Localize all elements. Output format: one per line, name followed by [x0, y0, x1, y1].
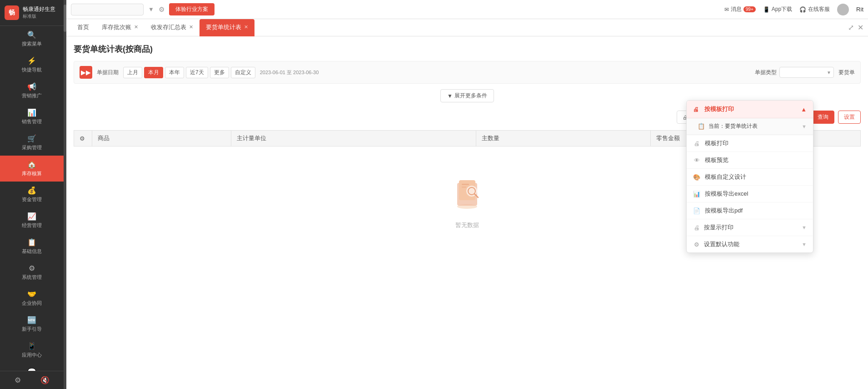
industry-solution-button[interactable]: 体验行业方案	[169, 3, 215, 15]
mute-icon[interactable]: 🔇	[40, 376, 50, 384]
print-template-dropdown: 🖨 按模板打印 ▲ 📋 当前：要货单统计表 ▼ 🖨 模板打印	[686, 100, 813, 253]
sidebar-item-search[interactable]: 🔍 搜索菜单	[0, 26, 64, 52]
empty-text: 暂无数据	[455, 221, 479, 229]
type-select[interactable]	[779, 67, 834, 78]
sidebar-bottom: ⚙ 🔇	[0, 371, 64, 389]
current-template-label: 当前：要货单统计表	[708, 122, 758, 130]
tab-inventory-batch[interactable]: 库存批次账 ✕	[95, 19, 145, 36]
topbar: ▼ ⚙ 体验行业方案 ✉ 消息 99+ 📱 App下载 🎧 在线客服 Rit	[66, 0, 868, 19]
current-year-btn[interactable]: 本年	[165, 67, 184, 78]
search-input[interactable]	[71, 4, 144, 15]
sidebar-navigation: 🔍 搜索菜单 ⚡ 快捷导航 📢 营销推广 📊 销售管理 🛒 采购管理 🏠 库存核…	[0, 26, 64, 371]
message-icon: ✉	[724, 6, 729, 13]
order-type-label: 要货单	[838, 69, 855, 76]
query-button[interactable]: 查询	[812, 111, 834, 124]
empty-icon	[449, 174, 485, 217]
dropdown-item-export-pdf[interactable]: 📄 按模板导出pdf	[687, 202, 813, 219]
column-unit: 主计量单位	[231, 131, 476, 147]
messages-label: 消息	[731, 5, 742, 13]
guide-icon: 🆕	[27, 316, 36, 324]
sidebar-item-collab[interactable]: 🤝 企业协同	[0, 285, 64, 311]
dropdown-current-template[interactable]: 📋 当前：要货单统计表 ▼	[687, 118, 813, 135]
dropdown-item-export-excel[interactable]: 📊 按模板导出excel	[687, 186, 813, 202]
sidebar-item-guide[interactable]: 🆕 新手引导	[0, 311, 64, 337]
app-tag: 标准版	[23, 13, 55, 20]
app-download-button[interactable]: 📱 App下载	[763, 5, 792, 13]
sidebar-item-purchase[interactable]: 🛒 采购管理	[0, 130, 64, 156]
dropdown-item-export-pdf-label: 按模板导出pdf	[705, 207, 743, 215]
online-service-label: 在线客服	[808, 5, 830, 13]
maximize-window-icon[interactable]: ⤢	[848, 23, 854, 32]
dropdown-item-template-print[interactable]: 🖨 模板打印	[687, 135, 813, 152]
tab-home-label: 首页	[77, 23, 89, 31]
filter-toggle-button[interactable]: ▶▶	[80, 66, 92, 79]
type-filter-label: 单据类型	[755, 69, 777, 76]
tab-order-stats-close[interactable]: ✕	[244, 24, 248, 30]
custom-date-btn[interactable]: 自定义	[231, 67, 255, 78]
current-template-chevron-icon: ▼	[802, 124, 807, 129]
dropdown-printer-icon: 🖨	[693, 106, 699, 113]
dropdown-preview-icon: 👁	[693, 157, 700, 164]
sidebar-item-apps[interactable]: 📱 应用中心	[0, 337, 64, 363]
close-window-icon[interactable]: ✕	[858, 23, 863, 32]
sidebar-item-shortcut[interactable]: ⚡ 快捷导航	[0, 52, 64, 78]
sidebar-item-operations[interactable]: 📈 经营管理	[0, 207, 64, 233]
logo-text-block: 畅康通好生意 标准版	[23, 6, 55, 20]
sidebar: 畅 畅康通好生意 标准版 🔍 搜索菜单 ⚡ 快捷导航 📢 营销推广 📊 销售管理…	[0, 0, 64, 389]
tab-collection-summary[interactable]: 收发存汇总表 ✕	[145, 19, 200, 36]
tab-order-stats[interactable]: 要货单统计表 ✕	[200, 19, 254, 36]
dropdown-item-display-print-label: 按显示打印	[704, 223, 733, 232]
chevron-down-icon: ▼	[447, 93, 453, 99]
online-service-button[interactable]: 🎧 在线客服	[799, 5, 830, 13]
user-name: Rit	[856, 6, 863, 13]
search-chevron-icon[interactable]: ▼	[148, 6, 154, 13]
column-settings[interactable]: ⚙	[74, 131, 92, 147]
sidebar-item-marketing[interactable]: 📢 营销推广	[0, 78, 64, 104]
sidebar-item-system[interactable]: ⚙ 系统管理	[0, 259, 64, 285]
dropdown-close-arrow[interactable]: ▲	[801, 106, 807, 113]
wechat-icon: 💬	[27, 368, 36, 371]
sidebar-scrollbar-thumb	[64, 5, 66, 32]
user-avatar[interactable]	[837, 4, 849, 15]
tab-collection-summary-label: 收发存汇总表	[151, 23, 186, 31]
sidebar-item-finance[interactable]: 💰 资金管理	[0, 182, 64, 207]
tab-collection-summary-close[interactable]: ✕	[189, 24, 193, 30]
sidebar-item-wechat[interactable]: 💬 企业微信	[0, 363, 64, 371]
messages-button[interactable]: ✉ 消息 99+	[724, 5, 756, 13]
type-select-wrapper: ▼	[779, 67, 834, 78]
dropdown-item-template-preview[interactable]: 👁 模板预览	[687, 152, 813, 169]
operations-icon: 📈	[27, 212, 36, 221]
dropdown-item-set-default-label: 设置默认功能	[704, 240, 739, 248]
dropdown-item-template-print-label: 模板打印	[705, 139, 728, 147]
prev-month-btn[interactable]: 上月	[123, 67, 142, 78]
topbar-gear-icon[interactable]: ⚙	[159, 5, 165, 14]
tab-home[interactable]: 首页	[71, 19, 95, 36]
tab-inventory-batch-label: 库存批次账	[102, 23, 131, 31]
current-month-btn[interactable]: 本月	[144, 67, 163, 78]
sidebar-label-finance: 资金管理	[22, 196, 42, 203]
expand-conditions-label: 展开更多条件	[454, 92, 487, 100]
tab-order-stats-label: 要货单统计表	[206, 23, 241, 31]
settings-button[interactable]: 设置	[838, 111, 861, 124]
sidebar-item-inventory[interactable]: 🏠 库存核算	[0, 156, 64, 182]
sidebar-item-sales[interactable]: 📊 销售管理	[0, 104, 64, 130]
dropdown-item-display-print[interactable]: 🖨 按显示打印 ▼	[687, 219, 813, 236]
more-date-btn[interactable]: 更多	[210, 67, 229, 78]
dropdown-item-template-custom[interactable]: 🎨 模板自定义设计	[687, 169, 813, 186]
tab-inventory-batch-close[interactable]: ✕	[134, 24, 138, 30]
filter-bar: ▶▶ 单据日期 上月 本月 本年 近7天 更多 自定义 2023-06-01 至…	[74, 61, 861, 84]
page-title: 要货单统计表(按商品)	[74, 44, 861, 55]
inventory-icon: 🏠	[27, 160, 36, 169]
expand-conditions-button[interactable]: ▼ 展开更多条件	[440, 89, 494, 102]
table-settings-icon[interactable]: ⚙	[80, 135, 85, 142]
svg-rect-6	[462, 184, 469, 185]
dropdown-item-set-default[interactable]: ⚙ 设置默认功能 ▼	[687, 236, 813, 253]
dropdown-set-default-icon: ⚙	[693, 241, 700, 248]
dropdown-design-icon: 🎨	[693, 174, 700, 181]
sidebar-item-basic[interactable]: 📋 基础信息	[0, 233, 64, 259]
search-icon: 🔍	[27, 30, 36, 39]
shortcut-icon: ⚡	[27, 56, 36, 65]
settings-bottom-icon[interactable]: ⚙	[15, 376, 21, 384]
system-icon: ⚙	[29, 264, 35, 273]
last-7-days-btn[interactable]: 近7天	[186, 67, 208, 78]
